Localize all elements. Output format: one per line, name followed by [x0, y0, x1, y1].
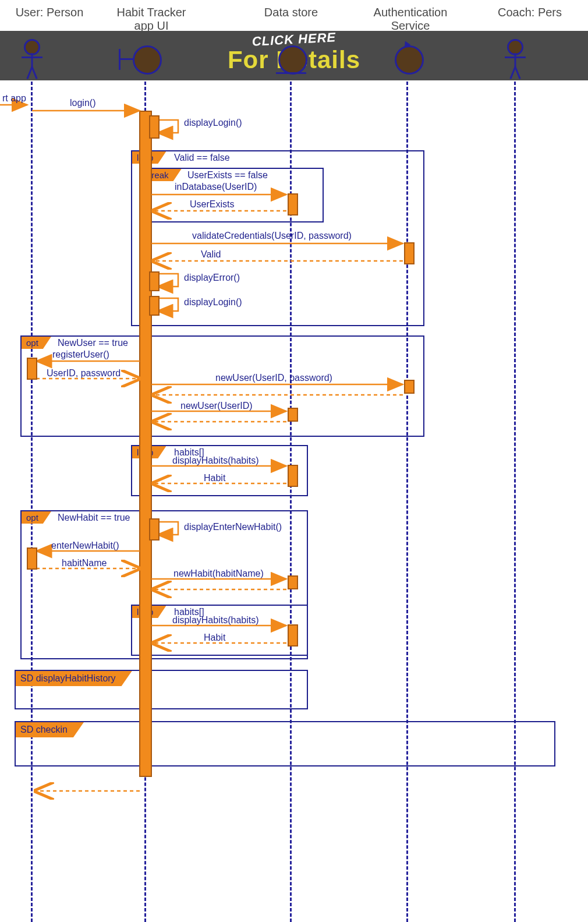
lifeline-ui-label: Habit Tracker app UI: [102, 6, 201, 33]
lifeline-user: [31, 82, 33, 922]
msg-newhabit: newHabit(habitName): [173, 568, 264, 579]
exec-ui-displaylogin: [149, 115, 160, 139]
actor-coach-icon: [502, 39, 528, 80]
boundary-ui-icon: [133, 45, 162, 75]
msg-displayhabits2: displayHabits(habits): [172, 615, 259, 626]
exec-ds-newhabit: [288, 575, 298, 589]
msg-userexists: UserExists: [190, 199, 234, 210]
exec-ui-disperr: [149, 271, 160, 291]
lifeline-auth-label: Authentication Service: [355, 6, 466, 33]
fragment-break-guard: UserExists == false: [187, 170, 268, 181]
msg-registeruser: registerUser(): [52, 349, 109, 360]
msg-enternewhabit: enterNewHabit(): [51, 541, 119, 551]
fragment-opt-newuser-op: opt: [22, 337, 51, 349]
exec-ds-newuser: [288, 408, 298, 422]
exec-ui-displogin2: [149, 296, 160, 316]
exec-ui-dispnewh: [149, 518, 160, 541]
msg-newuser-auth: newUser(UserID, password): [215, 373, 332, 383]
msg-displayhabits: displayHabits(habits): [172, 455, 259, 466]
exec-ds-disphab: [288, 465, 298, 487]
fragment-loop-habits2: loop habits[]: [131, 605, 308, 656]
actor-user-icon: [19, 39, 45, 80]
fragment-loop-valid-guard: Valid == false: [174, 153, 230, 163]
msg-habit2: Habit: [204, 633, 225, 643]
fragment-opt-newuser-guard: NewUser == true: [58, 338, 128, 348]
msg-habitname: habitName: [62, 558, 107, 568]
activation-ui-main: [139, 111, 152, 777]
msg-credentials-return: UserID, password: [47, 368, 121, 379]
ref-displayhabithistory-label: SD displayHabitHistory: [16, 671, 132, 686]
msg-displayerror: displayError(): [184, 273, 240, 283]
exec-auth-newuser: [404, 380, 415, 394]
exec-ds-disphab2: [288, 624, 298, 647]
exec-ds-indb: [288, 193, 298, 216]
msg-habit: Habit: [204, 473, 225, 483]
fragment-loop-habits: loop habits[]: [131, 445, 308, 496]
lifeline-user-label: User: Person: [0, 6, 99, 19]
msg-valid: Valid: [201, 249, 221, 260]
msg-displaylogin2: displayLogin(): [184, 297, 242, 308]
msg-displayenternewhabit: displayEnterNewHabit(): [184, 522, 282, 532]
msg-start-app: rt app: [2, 93, 26, 104]
ref-checkin: SD checkin: [15, 721, 555, 766]
control-auth-icon: [395, 45, 424, 75]
lifeline-ds-label: Data store: [239, 6, 343, 19]
msg-validatecredentials: validateCredentials(UserID, password): [192, 231, 352, 241]
fragment-opt-newhabit-op: opt: [22, 511, 51, 524]
lifeline-coach-label: Coach: Pers: [472, 6, 588, 19]
entity-ds-icon: [278, 45, 307, 75]
fragment-opt-newhabit-guard: NewHabit == true: [58, 513, 130, 523]
msg-indatabase: inDatabase(UserID): [175, 182, 257, 192]
exec-auth-validate: [404, 242, 415, 264]
exec-user-enternew: [27, 547, 37, 570]
msg-login: login(): [70, 98, 95, 108]
ref-displayhabithistory: SD displayHabitHistory: [15, 670, 308, 709]
lifeline-coach: [514, 82, 516, 922]
msg-newuser-ds: newUser(UserID): [180, 401, 253, 411]
exec-user-reg: [27, 358, 37, 380]
msg-displaylogin: displayLogin(): [184, 118, 242, 128]
ref-checkin-label: SD checkin: [16, 722, 84, 737]
